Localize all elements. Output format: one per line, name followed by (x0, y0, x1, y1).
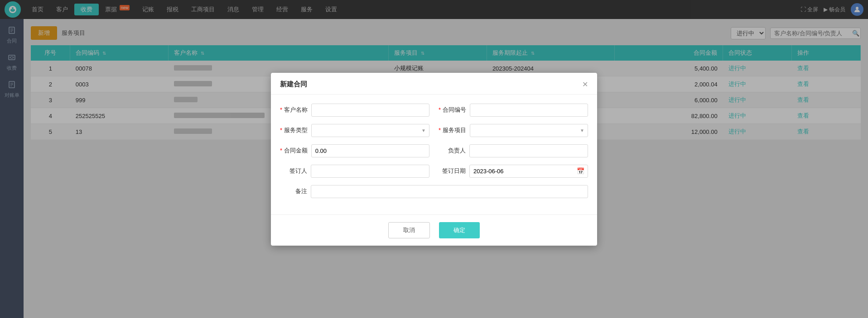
label-service-item: 服务项目 (439, 126, 466, 134)
select-service-item[interactable] (470, 124, 588, 137)
label-signer: 签订人 (280, 167, 307, 175)
label-remarks: 备注 (280, 187, 307, 195)
input-remarks[interactable] (311, 185, 588, 198)
label-sign-date: 签订日期 (439, 167, 466, 175)
modal-body: 客户名称 合同编号 服务类型 ▼ 服务项目 (271, 95, 597, 214)
form-row-1: 客户名称 合同编号 (280, 104, 588, 117)
field-remarks: 备注 (280, 185, 588, 198)
select-service-type[interactable] (311, 124, 429, 137)
modal-dialog: 新建合同 ✕ 客户名称 合同编号 服务类型 (271, 73, 597, 246)
field-sign-date: 签订日期 📅 (439, 165, 588, 178)
modal-close-button[interactable]: ✕ (582, 80, 588, 89)
label-contract-amount: 合同金额 (280, 147, 308, 155)
modal-footer: 取消 确定 (271, 214, 597, 246)
input-contract-amount[interactable] (311, 144, 429, 157)
label-service-type: 服务类型 (280, 126, 308, 134)
field-service-item: 服务项目 ▼ (439, 124, 588, 137)
field-service-type: 服务类型 ▼ (280, 124, 429, 137)
label-customer-name: 客户名称 (280, 106, 308, 114)
form-row-5: 备注 (280, 185, 588, 198)
select-service-type-wrapper: ▼ (311, 124, 429, 137)
form-row-4: 签订人 签订日期 📅 (280, 165, 588, 178)
input-customer-name[interactable] (311, 104, 429, 117)
modal-overlay[interactable]: 新建合同 ✕ 客户名称 合同编号 服务类型 (0, 0, 868, 318)
field-responsible-person: 负责人 (439, 144, 588, 157)
confirm-button[interactable]: 确定 (439, 222, 480, 238)
field-customer-name: 客户名称 (280, 104, 429, 117)
field-contract-amount: 合同金额 (280, 144, 429, 157)
input-responsible-person[interactable] (469, 144, 588, 157)
label-contract-no: 合同编号 (439, 106, 466, 114)
form-row-2: 服务类型 ▼ 服务项目 ▼ (280, 124, 588, 137)
field-contract-no: 合同编号 (439, 104, 588, 117)
input-contract-no[interactable] (470, 104, 588, 117)
field-signer: 签订人 (280, 165, 429, 178)
form-row-3: 合同金额 负责人 (280, 144, 588, 157)
input-sign-date[interactable] (469, 165, 588, 178)
input-signer[interactable] (311, 165, 429, 178)
select-service-item-wrapper: ▼ (470, 124, 588, 137)
date-input-wrapper: 📅 (469, 165, 588, 178)
modal-title: 新建合同 (280, 80, 307, 89)
cancel-button[interactable]: 取消 (388, 222, 430, 238)
label-responsible-person: 负责人 (439, 147, 466, 155)
modal-header: 新建合同 ✕ (271, 73, 597, 95)
